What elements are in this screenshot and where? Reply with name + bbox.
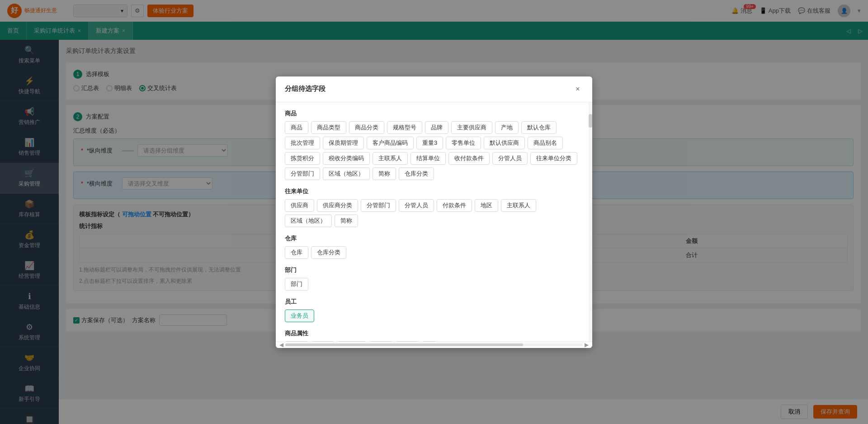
section-title-partner: 往来单位 — [285, 187, 583, 195]
modal-overlay: 分组待选字段 × 商品 商品 商品类型 商品分类 规格型号 品牌 主要供应商 产… — [0, 0, 868, 424]
modal-title: 分组待选字段 — [285, 85, 326, 93]
field-tag[interactable]: 默认供应商 — [484, 137, 525, 149]
field-tag[interactable]: 品牌 — [425, 121, 448, 134]
fields-grid-partner: 供应商 供应商分类 分管部门 分管人员 付款条件 地区 主联系人 区域（地区） … — [285, 199, 583, 227]
scroll-right-arrow[interactable]: ▶ — [585, 342, 589, 348]
section-title-staff: 员工 — [285, 298, 583, 306]
fields-grid-product: 商品 商品类型 商品分类 规格型号 品牌 主要供应商 产地 默认仓库 批次管理 … — [285, 121, 583, 180]
field-tag[interactable]: 税收分类编码 — [323, 152, 370, 165]
field-tag[interactable]: 商品 — [285, 121, 308, 134]
modal-body: 商品 商品 商品类型 商品分类 规格型号 品牌 主要供应商 产地 默认仓库 批次… — [276, 102, 592, 342]
field-tag[interactable]: 仓库 — [285, 246, 308, 259]
field-tag[interactable]: 简称 — [335, 214, 358, 227]
fields-grid-staff: 业务员 — [285, 310, 583, 322]
field-tag[interactable]: 1 — [422, 341, 437, 342]
field-tag[interactable]: 供应商分类 — [317, 199, 358, 212]
section-title-product: 商品 — [285, 110, 583, 118]
field-tag[interactable]: 颜色 — [311, 341, 335, 342]
field-tag[interactable]: 收付款条件 — [448, 152, 490, 165]
field-tag[interactable]: 主联系人 — [501, 199, 536, 212]
vertical-scrollbar-thumb[interactable] — [589, 114, 592, 128]
field-tag[interactable]: 主联系人 — [373, 152, 408, 165]
field-tag[interactable]: 结算单位 — [410, 152, 446, 165]
section-title-warehouse: 仓库 — [285, 234, 583, 243]
field-tag[interactable]: 往来单位分类 — [530, 152, 577, 165]
section-title-dept: 部门 — [285, 266, 583, 274]
field-tag[interactable]: 付款条件 — [437, 199, 472, 212]
scroll-left-arrow[interactable]: ◀ — [279, 342, 283, 348]
field-tag[interactable]: 零售单位 — [446, 137, 481, 149]
modal-close-button[interactable]: × — [572, 84, 583, 95]
field-tag[interactable]: 商品类型 — [311, 121, 346, 134]
field-tag[interactable]: 保质期管理 — [323, 137, 364, 149]
field-tag[interactable]: 商品别名 — [528, 137, 563, 149]
field-tag[interactable]: 鞋码 — [396, 341, 419, 342]
field-tag[interactable]: 重量3 — [416, 137, 443, 149]
scroll-track[interactable] — [285, 343, 583, 346]
modal: 分组待选字段 × 商品 商品 商品类型 商品分类 规格型号 品牌 主要供应商 产… — [276, 76, 592, 348]
field-tag[interactable]: 分管人员 — [399, 199, 434, 212]
field-tag[interactable]: 分管人员 — [492, 152, 528, 165]
field-tag[interactable]: 客户商品编码 — [367, 137, 414, 149]
field-tag[interactable]: 区域（地区） — [323, 167, 370, 180]
field-tag[interactable]: 分管部门 — [285, 167, 320, 180]
field-tag[interactable]: 仓库分类 — [399, 167, 434, 180]
field-tag-selected[interactable]: 业务员 — [285, 310, 314, 322]
fields-grid-product-attr: 属性 颜色 多规格 尺码 鞋码 1 — [285, 341, 583, 342]
section-title-product-attr: 商品属性 — [285, 329, 583, 338]
vertical-scrollbar[interactable] — [589, 102, 592, 342]
field-tag[interactable]: 产地 — [495, 121, 519, 134]
field-tag[interactable]: 批次管理 — [285, 137, 320, 149]
fields-grid-dept: 部门 — [285, 278, 583, 291]
field-tag[interactable]: 规格型号 — [387, 121, 422, 134]
field-tag[interactable]: 区域（地区） — [285, 214, 332, 227]
field-tag[interactable]: 商品分类 — [349, 121, 384, 134]
field-tag[interactable]: 尺码 — [369, 341, 393, 342]
field-tag[interactable]: 属性 — [285, 341, 308, 342]
modal-bottom-scrollbar: ◀ ▶ — [276, 342, 592, 348]
scroll-thumb[interactable] — [285, 343, 523, 346]
field-tag[interactable]: 多规格 — [337, 341, 367, 342]
field-tag[interactable]: 地区 — [475, 199, 498, 212]
field-tag[interactable]: 供应商 — [285, 199, 314, 212]
field-tag[interactable]: 仓库分类 — [311, 246, 346, 259]
field-tag[interactable]: 分管部门 — [361, 199, 396, 212]
field-tag[interactable]: 拣货积分 — [285, 152, 320, 165]
field-tag[interactable]: 主要供应商 — [451, 121, 492, 134]
fields-grid-warehouse: 仓库 仓库分类 — [285, 246, 583, 259]
field-tag[interactable]: 部门 — [285, 278, 308, 291]
modal-header: 分组待选字段 × — [276, 76, 592, 102]
field-tag[interactable]: 简称 — [373, 167, 396, 180]
field-tag[interactable]: 默认仓库 — [521, 121, 557, 134]
